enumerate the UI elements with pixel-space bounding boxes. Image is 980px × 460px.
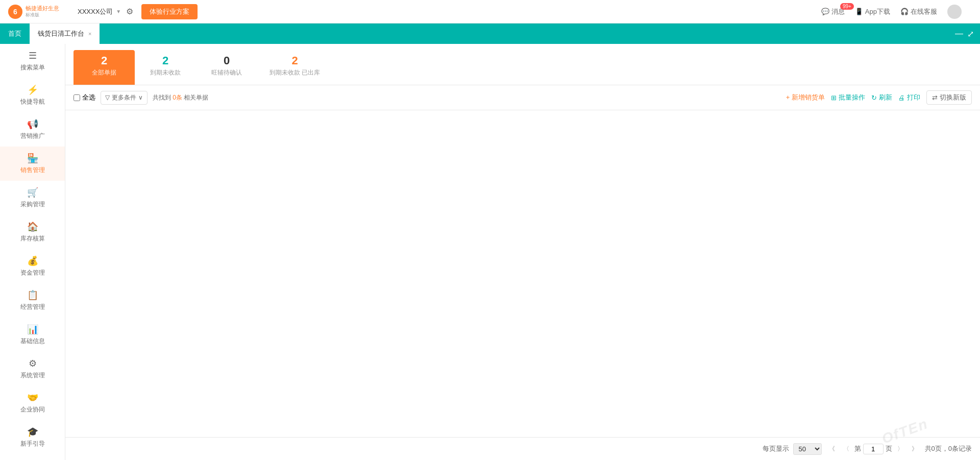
new-sales-order-button[interactable]: + 新增销货单: [786, 93, 825, 102]
phone-icon: 📱: [855, 8, 863, 15]
operation-icon: 📋: [27, 289, 38, 301]
stat-tab-pending[interactable]: 0 旺辅待确认: [196, 50, 257, 85]
minimize-icon[interactable]: —: [955, 29, 963, 39]
company-selector[interactable]: XXXXX公司 ▼: [78, 7, 121, 16]
footer-pagination: 每页显示 50 20 100 《 〈 第 页 〉 》 共0页，0条记录: [65, 437, 980, 460]
table-area: [65, 110, 980, 437]
refresh-icon: ↻: [871, 94, 877, 102]
stat-label-pending: 旺辅待确认: [211, 68, 242, 77]
sidebar-item-search-menu[interactable]: ☰ 搜索菜单: [0, 44, 65, 78]
toolbar: 全选 ▽ 更多条件 ∨ 共找到 0条 相关单据 + 新增销货单 ⊞ 批量操作: [65, 85, 980, 110]
headset-icon: 🎧: [900, 8, 909, 15]
sidebar-item-enterprise[interactable]: 🤝 企业协同: [0, 386, 65, 420]
enterprise-icon: 🤝: [27, 392, 38, 403]
trial-button[interactable]: 体验行业方案: [141, 4, 198, 19]
switch-icon: ⇄: [932, 94, 938, 102]
logo-icon: 6: [8, 5, 22, 19]
message-badge: 99+: [840, 3, 854, 10]
logo-text: 畅捷通好生意: [26, 5, 59, 12]
sidebar: ☰ 搜索菜单 ⚡ 快捷导航 📢 营销推广 🏪 销售管理 🛒 采购管理 🏠 库存核…: [0, 44, 65, 460]
sidebar-item-system[interactable]: ⚙ 系统管理: [0, 352, 65, 386]
total-text: 共0页，0条记录: [925, 444, 972, 453]
main-layout: ☰ 搜索菜单 ⚡ 快捷导航 📢 营销推广 🏪 销售管理 🛒 采购管理 🏠 库存核…: [0, 44, 980, 460]
avatar[interactable]: [947, 5, 962, 19]
sidebar-item-quick-nav[interactable]: ⚡ 快捷导航: [0, 78, 65, 112]
logo-tag: 标准版: [26, 12, 59, 18]
stats-tabs: 2 全部单据 2 到期未收款 0 旺辅待确认 2 到期未收款 已出库: [65, 44, 980, 85]
chevron-down-icon: ∨: [138, 94, 143, 101]
stat-tab-all[interactable]: 2 全部单据: [74, 50, 135, 85]
nav-tabs: 首页 钱货日清工作台 × — ⤢: [0, 23, 980, 44]
stat-num-all: 2: [101, 54, 107, 67]
refresh-button[interactable]: ↻ 刷新: [871, 93, 892, 102]
quick-nav-icon: ⚡: [27, 84, 38, 95]
sidebar-item-purchase[interactable]: 🛒 采购管理: [0, 181, 65, 215]
switch-version-button[interactable]: ⇄ 切换新版: [926, 90, 972, 105]
stat-num-pending: 0: [224, 54, 230, 67]
stat-label-all: 全部单据: [92, 68, 116, 77]
stat-label-shipped: 到期未收款 已出库: [270, 68, 320, 77]
sidebar-item-marketing[interactable]: 📢 营销推广: [0, 112, 65, 147]
page-size-label: 每页显示: [763, 444, 789, 453]
next-page-button[interactable]: 〉: [894, 443, 906, 455]
sidebar-item-sales[interactable]: 🏪 销售管理: [0, 147, 65, 181]
filter-button[interactable]: ▽ 更多条件 ∨: [101, 91, 148, 105]
maximize-icon[interactable]: ⤢: [967, 29, 974, 39]
content-area: 2 全部单据 2 到期未收款 0 旺辅待确认 2 到期未收款 已出库 全选: [65, 44, 980, 460]
batch-icon: ⊞: [831, 94, 837, 102]
guide-icon: 🎓: [27, 426, 38, 438]
stat-label-overdue: 到期未收款: [150, 68, 181, 77]
print-button[interactable]: 🖨 打印: [898, 93, 920, 102]
tab-active[interactable]: 钱货日清工作台 ×: [30, 23, 100, 44]
prev-page-button[interactable]: 〈: [840, 443, 852, 455]
sales-icon: 🏪: [27, 153, 38, 164]
sidebar-item-guide[interactable]: 🎓 新手引导: [0, 420, 65, 454]
tab-right-controls: — ⤢: [955, 29, 980, 39]
company-name: XXXXX公司: [78, 7, 113, 16]
page-prefix: 第: [854, 444, 861, 453]
stat-num-shipped: 2: [292, 54, 298, 67]
print-icon: 🖨: [898, 94, 905, 102]
toolbar-right: + 新增销货单 ⊞ 批量操作 ↻ 刷新 🖨 打印 ⇄ 切换新版: [786, 90, 972, 105]
top-header: 6 畅捷通好生意 标准版 XXXXX公司 ▼ ⚙ 体验行业方案 💬 消息 99+…: [0, 0, 980, 23]
chevron-down-icon[interactable]: ▼: [116, 9, 121, 14]
inventory-icon: 🏠: [27, 221, 38, 232]
close-tab-icon[interactable]: ×: [88, 31, 91, 37]
app-download-button[interactable]: 📱 App下载: [855, 7, 890, 16]
message-icon: 💬: [821, 8, 829, 15]
last-page-button[interactable]: 》: [909, 443, 921, 455]
sidebar-item-inventory[interactable]: 🏠 库存核算: [0, 215, 65, 249]
sidebar-item-operation[interactable]: 📋 经营管理: [0, 283, 65, 318]
marketing-icon: 📢: [27, 118, 38, 130]
menu-icon: ☰: [29, 50, 37, 61]
stat-tab-shipped[interactable]: 2 到期未收款 已出库: [257, 50, 332, 85]
toolbar-left: 全选 ▽ 更多条件 ∨ 共找到 0条 相关单据: [74, 91, 208, 105]
sidebar-item-basic-info[interactable]: 📊 基础信息: [0, 318, 65, 352]
sidebar-item-finance[interactable]: 💰 资金管理: [0, 249, 65, 283]
logo-area: 6 畅捷通好生意 标准版: [8, 5, 74, 19]
page-size-select[interactable]: 50 20 100: [793, 443, 822, 455]
purchase-icon: 🛒: [27, 187, 38, 198]
online-service-button[interactable]: 🎧 在线客服: [900, 7, 937, 16]
settings-icon[interactable]: ⚙: [126, 7, 133, 16]
tab-home[interactable]: 首页: [0, 23, 30, 44]
stat-tab-overdue[interactable]: 2 到期未收款: [135, 50, 196, 85]
filter-icon: ▽: [105, 94, 110, 101]
select-all-checkbox[interactable]: 全选: [74, 93, 95, 102]
page-number-input[interactable]: [863, 444, 884, 454]
page-navigation: 《 〈 第 页 〉 》: [826, 443, 921, 455]
batch-operation-button[interactable]: ⊞ 批量操作: [831, 93, 865, 102]
select-all-input[interactable]: [74, 94, 80, 101]
message-button[interactable]: 💬 消息 99+: [821, 7, 845, 16]
basic-info-icon: 📊: [27, 324, 38, 335]
stat-num-overdue: 2: [162, 54, 168, 67]
system-icon: ⚙: [29, 358, 37, 369]
page-suffix: 页: [886, 444, 892, 453]
result-text: 共找到 0条 相关单据: [153, 93, 208, 102]
first-page-button[interactable]: 《: [826, 443, 838, 455]
finance-icon: 💰: [27, 255, 38, 267]
header-right: 💬 消息 99+ 📱 App下载 🎧 在线客服: [821, 5, 972, 19]
sidebar-item-app-center[interactable]: 📱 应用中心: [0, 454, 65, 460]
